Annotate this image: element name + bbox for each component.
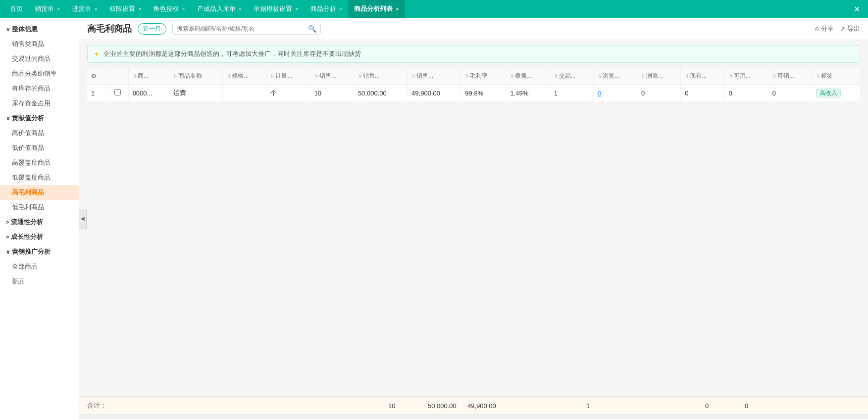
- sort-icon: ⇅: [685, 73, 689, 79]
- col-header-name[interactable]: ⇅商品名称: [169, 68, 222, 85]
- sort-icon: ⇅: [411, 73, 415, 79]
- col-header-coverage[interactable]: ⇅覆盖...: [506, 68, 550, 85]
- close-tab-销货单[interactable]: ×: [57, 6, 60, 12]
- nav-tab-商品分析列表[interactable]: 商品分析列表×: [348, 0, 405, 18]
- col-header-spec[interactable]: ⇅规格...: [223, 68, 266, 85]
- nav-tab-角色授权[interactable]: 角色授权×: [147, 0, 191, 18]
- sort-icon: ⇅: [358, 73, 362, 79]
- search-input[interactable]: [177, 25, 308, 32]
- top-nav-right: ✕: [850, 4, 864, 14]
- sidebar-item-高覆盖度商品[interactable]: 高覆盖度商品: [0, 155, 79, 170]
- col-header-available_stock[interactable]: ⇅可用...: [724, 68, 768, 85]
- info-text: 企业的主要的利润都是这部分商品创造的，可考虑加大推广，同时关注库存是不要出现缺货: [103, 49, 361, 58]
- nav-tab-进货单[interactable]: 进货单×: [66, 0, 103, 18]
- sidebar-item-低毛利商品[interactable]: 低毛利商品: [0, 200, 79, 215]
- filter-recent-month-button[interactable]: 近一月: [138, 23, 166, 35]
- col-header-current_stock[interactable]: ⇅现有...: [681, 68, 724, 85]
- footer-cell-13: [662, 402, 701, 410]
- sidebar-item-有库存的商品[interactable]: 有库存的商品: [0, 81, 79, 96]
- col-header-sales_amount[interactable]: ⇅销售...: [354, 68, 407, 85]
- footer-cell-4: [305, 402, 345, 410]
- col-header-tag[interactable]: ⇅标签: [812, 68, 860, 85]
- footer-total: 合计： 1050,000.0049,900.00100: [79, 396, 868, 414]
- top-nav: 首页销货单×进货单×权限设置×角色授权×产成品入库单×单据模板设置×商品分析×商…: [0, 0, 868, 18]
- footer-cell-16: [780, 402, 820, 410]
- sidebar-group-title-营销推广分析[interactable]: ∨营销推广分析: [0, 244, 79, 259]
- cell-checkbox: [107, 85, 128, 102]
- table-row: 10000...运费个1050,000.0049,900.0099.8%1.49…: [87, 85, 860, 102]
- close-tab-产成品入库单[interactable]: ×: [239, 6, 242, 12]
- col-header-sales_cost[interactable]: ⇅销售...: [408, 68, 461, 85]
- sidebar-collapse-button[interactable]: ◀: [79, 209, 87, 229]
- sidebar-item-高毛利商品[interactable]: 高毛利商品: [0, 185, 79, 200]
- col-header-sales_qty[interactable]: ⇅销售...: [310, 68, 354, 85]
- close-tab-进货单[interactable]: ×: [94, 6, 97, 12]
- content-area: ◀ 高毛利商品 近一月 🔍 ⎋ 分享 ↗ 导出: [79, 18, 868, 419]
- sidebar: ∨整体信息销售类商品交易过的商品商品分类助销率有库存的商品库存资金占用∨贡献值分…: [0, 18, 79, 419]
- sidebar-group-贡献值分析: ∨贡献值分析高价值商品低价值商品高覆盖度商品低覆盖度商品高毛利商品低毛利商品: [0, 111, 79, 215]
- sort-icon: ⇅: [554, 73, 558, 79]
- sidebar-item-低价值商品[interactable]: 低价值商品: [0, 140, 79, 155]
- cell-spec: [223, 85, 266, 102]
- export-icon: ↗: [840, 25, 845, 33]
- footer-cell-0: [147, 402, 186, 410]
- sidebar-group-成长性分析: >成长性分析: [0, 230, 79, 244]
- row-checkbox[interactable]: [114, 89, 121, 95]
- sidebar-group-title-整体信息[interactable]: ∨整体信息: [0, 22, 79, 37]
- nav-tab-首页[interactable]: 首页: [4, 0, 29, 18]
- close-tab-商品分析[interactable]: ×: [339, 6, 342, 12]
- footer-cell-8: 49,900.00: [463, 402, 503, 410]
- cell-browse1: 0: [593, 85, 637, 102]
- close-tab-商品分析列表[interactable]: ×: [396, 6, 399, 12]
- close-tab-单据模板设置[interactable]: ×: [295, 6, 298, 12]
- nav-tab-单据模板设置[interactable]: 单据模板设置×: [248, 0, 304, 18]
- browse-link[interactable]: 0: [598, 90, 601, 97]
- sidebar-item-全部商品[interactable]: 全部商品: [0, 259, 79, 274]
- close-tab-角色授权[interactable]: ×: [182, 6, 185, 12]
- close-tab-权限设置[interactable]: ×: [138, 6, 141, 12]
- sort-icon: ⇅: [641, 73, 645, 79]
- col-header-code[interactable]: ⇅商...: [128, 68, 169, 85]
- footer-cell-6: 10: [384, 402, 424, 410]
- footer-cell-15: 0: [741, 402, 780, 410]
- col-header-unit[interactable]: ⇅计量...: [266, 68, 310, 85]
- sort-icon: ⇅: [772, 73, 776, 79]
- footer-cell-3: [265, 402, 305, 410]
- sidebar-item-低覆盖度商品[interactable]: 低覆盖度商品: [0, 170, 79, 185]
- search-icon[interactable]: 🔍: [308, 25, 316, 33]
- cell-sales_qty: 10: [310, 85, 354, 102]
- cell-trade: 1: [550, 85, 593, 102]
- col-header-trade[interactable]: ⇅交易...: [550, 68, 593, 85]
- nav-tab-商品分析[interactable]: 商品分析×: [305, 0, 348, 18]
- sidebar-item-库存资金占用[interactable]: 库存资金占用: [0, 96, 79, 111]
- col-header-browse2[interactable]: ⇅浏览...: [637, 68, 681, 85]
- col-header-browse1[interactable]: ⇅浏览...: [593, 68, 637, 85]
- nav-tab-权限设置[interactable]: 权限设置×: [103, 0, 147, 18]
- close-all-button[interactable]: ✕: [850, 4, 864, 14]
- cell-unit: 个: [266, 85, 310, 102]
- sidebar-item-交易过的商品[interactable]: 交易过的商品: [0, 51, 79, 66]
- col-header-gross_rate[interactable]: ⇅毛利率: [461, 68, 506, 85]
- export-button[interactable]: ↗ 导出: [840, 24, 860, 33]
- bottom-scrollbar[interactable]: [79, 414, 868, 419]
- sidebar-item-商品分类助销率[interactable]: 商品分类助销率: [0, 66, 79, 81]
- col-header-sellable_stock[interactable]: ⇅可销...: [768, 68, 812, 85]
- sort-icon: ⇅: [465, 73, 469, 79]
- sidebar-item-销售类商品[interactable]: 销售类商品: [0, 37, 79, 51]
- share-button[interactable]: ⎋ 分享: [815, 24, 834, 33]
- sidebar-item-新品[interactable]: 新品: [0, 274, 79, 289]
- footer-cell-14: 0: [701, 402, 741, 410]
- cell-sellable_stock: 0: [768, 85, 812, 102]
- sort-icon: ⇅: [598, 73, 602, 79]
- cell-tag: 高收入: [812, 85, 860, 102]
- footer-cell-17: [820, 402, 860, 410]
- footer-cell-1: [186, 402, 226, 410]
- nav-tab-产成品入库单[interactable]: 产成品入库单×: [191, 0, 248, 18]
- sidebar-group-title-成长性分析[interactable]: >成长性分析: [0, 230, 79, 244]
- sidebar-item-高价值商品[interactable]: 高价值商品: [0, 126, 79, 140]
- nav-tab-销货单[interactable]: 销货单×: [29, 0, 66, 18]
- sidebar-group-title-流通性分析[interactable]: >流通性分析: [0, 215, 79, 230]
- sort-icon: ⇅: [729, 73, 733, 79]
- sidebar-group-title-贡献值分析[interactable]: ∨贡献值分析: [0, 111, 79, 126]
- cell-sales_cost: 49,900.00: [408, 85, 461, 102]
